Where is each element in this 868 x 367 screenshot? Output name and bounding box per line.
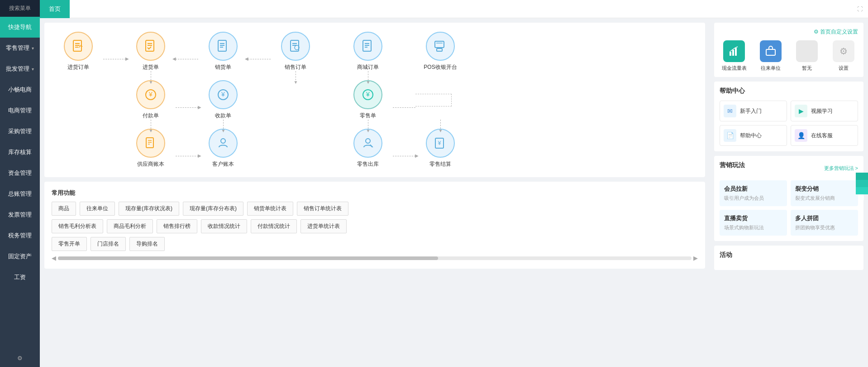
- node-supplier-account[interactable]: 供应商账本: [126, 129, 176, 168]
- node-retail[interactable]: ¥ 零售单: [343, 80, 393, 120]
- sidebar-item-ecom-small[interactable]: 小畅电商: [0, 79, 40, 100]
- sidebar-item-purchase[interactable]: 采购管理: [0, 121, 40, 142]
- icon-pos: [426, 32, 455, 61]
- v-connector-retail2: [415, 120, 465, 129]
- sidebar-item-retail[interactable]: 零售管理 ▾: [0, 38, 40, 58]
- none-icon: [796, 40, 818, 62]
- float-desktop[interactable]: 桌面快捷: [856, 187, 868, 194]
- v-connector-pos: [343, 71, 393, 80]
- sidebar-item-inventory[interactable]: 库存核算: [0, 142, 40, 163]
- common-func-title: 常用功能: [52, 189, 698, 197]
- qa-settings[interactable]: ⚙ 首页自定义设置: [720, 28, 858, 36]
- btn-retail-order[interactable]: 零售开单: [52, 237, 87, 251]
- svg-text:¥: ¥: [366, 91, 370, 98]
- activity-section: 活动: [714, 246, 863, 270]
- sidebar-item-assets[interactable]: 固定资产: [0, 246, 40, 267]
- icon-purchase-order: [64, 32, 93, 61]
- content-area: 进货订单 进货单: [40, 18, 868, 367]
- v-connector-mall: [271, 71, 320, 80]
- float-community[interactable]: 服务社区: [856, 180, 868, 187]
- btn-goods[interactable]: 商品: [52, 202, 76, 216]
- float-customer-service[interactable]: 客服热线: [856, 173, 868, 180]
- btn-sales-order-stats[interactable]: 销售订单统计表: [297, 202, 348, 216]
- node-payment-out[interactable]: ¥ 付款单: [126, 80, 176, 120]
- btn-goods-profit[interactable]: 商品毛利分析: [107, 219, 153, 233]
- sidebar-item-invoice[interactable]: 发票管理: [0, 204, 40, 225]
- label-customer-account: 客户账本: [212, 160, 234, 168]
- sidebar-item-finance[interactable]: 资金管理: [0, 163, 40, 184]
- svg-rect-39: [735, 48, 737, 56]
- marketing-fission[interactable]: 裂变分销 裂变式发展分销商: [791, 180, 858, 206]
- func-row-1: 商品 往来单位 现存量(库存状况表) 现存量(库存分布表) 销货单统计表 销售订…: [52, 202, 698, 216]
- activity-title: 活动: [720, 251, 858, 259]
- node-pos[interactable]: POS收银开台: [415, 32, 465, 71]
- btn-receipt-stats[interactable]: 收款情况统计: [201, 219, 247, 233]
- btn-store-rank[interactable]: 门店排名: [91, 237, 126, 251]
- scroll-thumb: [58, 256, 438, 260]
- sidebar-item-salary[interactable]: 工资: [0, 267, 40, 288]
- sidebar-item-tax[interactable]: 税务管理: [0, 225, 40, 246]
- btn-sales-profit[interactable]: 销售毛利分析表: [52, 219, 103, 233]
- v-connector-payment-out: [126, 120, 176, 129]
- qa-none[interactable]: 暂无: [792, 40, 822, 72]
- qa-units[interactable]: 往来单位: [756, 40, 786, 72]
- node-sales-order[interactable]: 销售订单: [271, 32, 320, 71]
- help-chat[interactable]: 👤 在线客服: [791, 125, 858, 146]
- label-pos: POS收银开台: [424, 63, 457, 71]
- btn-stock-status[interactable]: 现存量(库存状况表): [119, 202, 179, 216]
- node-retail-settle[interactable]: ¥ 零售结算: [415, 129, 465, 168]
- btn-payment-stats[interactable]: 付款情况统计: [251, 219, 297, 233]
- node-payment-in[interactable]: ¥ 收款单: [198, 80, 248, 120]
- tab-home[interactable]: 首页: [40, 0, 70, 18]
- arrow-sales-bill-to-purchase: [176, 59, 198, 71]
- help-beginner[interactable]: ✉ 新手入门: [720, 101, 787, 121]
- btn-units[interactable]: 往来单位: [80, 202, 115, 216]
- arrow-supplier-to-customer: [176, 156, 198, 168]
- scroll-bar[interactable]: ◀ ▶: [52, 255, 698, 261]
- help-grid: ✉ 新手入门 ▶ 视频学习 📄 帮助中心 👤 在线客服: [720, 101, 858, 146]
- qa-cashflow[interactable]: 现金流量表: [720, 40, 749, 72]
- node-sales-bill[interactable]: 销货单: [198, 32, 248, 71]
- node-customer-account[interactable]: 客户账本: [198, 129, 248, 168]
- scroll-right-btn[interactable]: ▶: [693, 255, 698, 261]
- node-retail-out[interactable]: 零售出库: [343, 129, 393, 168]
- scroll-left-btn[interactable]: ◀: [52, 255, 56, 261]
- qa-settings-icon[interactable]: ⚙ 设置: [829, 40, 858, 72]
- svg-rect-37: [730, 52, 731, 56]
- sidebar-item-wholesale[interactable]: 批发管理 ▾: [0, 58, 40, 79]
- more-marketing-link[interactable]: 更多营销玩法 >: [824, 165, 858, 172]
- btn-sales-rank[interactable]: 销售排行榜: [157, 219, 197, 233]
- label-retail: 零售单: [360, 112, 376, 120]
- arrow-retail-out-to-settle: [393, 156, 415, 168]
- sidebar-item-ledger[interactable]: 总账管理: [0, 184, 40, 204]
- btn-purchase-stats[interactable]: 进货单统计表: [300, 219, 347, 233]
- v-connector-retail: [343, 120, 393, 129]
- common-functions: 常用功能 商品 往来单位 现存量(库存状况表) 现存量(库存分布表) 销货单统计…: [44, 182, 705, 269]
- help-center: 帮助中心 ✉ 新手入门 ▶ 视频学习 📄 帮助中心 👤: [714, 82, 863, 151]
- node-mall-order[interactable]: 商城订单: [343, 32, 393, 71]
- settings-icon: ⚙: [833, 40, 854, 62]
- btn-stock-dist[interactable]: 现存量(库存分布表): [183, 202, 243, 216]
- marketing-member[interactable]: 会员拉新 吸引用户成为会员: [720, 180, 787, 206]
- svg-rect-20: [437, 48, 442, 51]
- help-center-item[interactable]: 📄 帮助中心: [720, 125, 787, 146]
- label-retail-out: 零售出库: [357, 160, 379, 168]
- func-row-3: 零售开单 门店排名 导购排名: [52, 237, 698, 251]
- marketing-fission-title: 裂变分销: [795, 185, 854, 193]
- help-center-label: 帮助中心: [740, 132, 762, 140]
- marketing-live[interactable]: 直播卖货 场景式购物新玩法: [720, 210, 787, 236]
- sidebar-item-quick-nav[interactable]: 快捷导航: [0, 17, 40, 38]
- node-purchase-bill[interactable]: 进货单: [126, 32, 176, 71]
- sidebar-item-ecom[interactable]: 电商管理: [0, 100, 40, 121]
- help-video[interactable]: ▶ 视频学习: [791, 101, 858, 121]
- marketing-group[interactable]: 多人拼团 拼团购物享受优惠: [791, 210, 858, 236]
- label-purchase-bill: 进货单: [143, 63, 159, 71]
- btn-guide-rank[interactable]: 导购排名: [129, 237, 165, 251]
- topbar-fullscreen[interactable]: ⛶: [857, 6, 868, 12]
- label-retail-settle: 零售结算: [429, 160, 451, 168]
- func-row-2: 销售毛利分析表 商品毛利分析 销售排行榜 收款情况统计 付款情况统计 进货单统计…: [52, 219, 698, 233]
- node-purchase-order[interactable]: 进货订单: [53, 32, 103, 71]
- sidebar-gear[interactable]: ⚙: [0, 349, 40, 367]
- sidebar-search[interactable]: 搜索菜单: [0, 0, 40, 17]
- btn-sales-stats[interactable]: 销货单统计表: [247, 202, 293, 216]
